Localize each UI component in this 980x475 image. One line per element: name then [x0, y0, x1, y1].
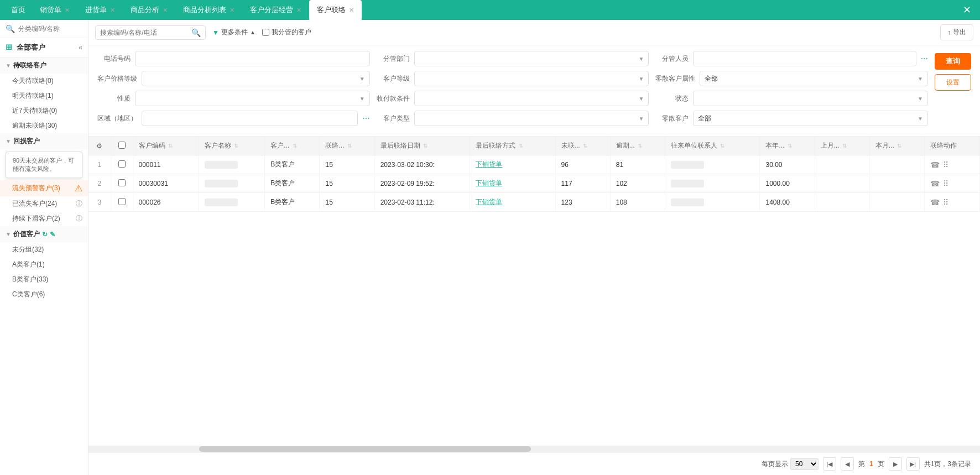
last-type-link[interactable]: 下销货单 — [476, 160, 502, 168]
sidebar-item-overdue-contact[interactable]: 逾期未联络(30) — [0, 118, 88, 133]
refresh-icon[interactable]: ↻ — [42, 231, 48, 238]
more-conditions-btn[interactable]: ▼ 更多条件 ▲ — [212, 28, 256, 37]
sort-arrows-last-type[interactable]: ⇅ — [519, 143, 523, 149]
customer-grade-select[interactable]: ▼ — [414, 71, 649, 86]
tab-purchase-close[interactable]: ✕ — [110, 7, 115, 14]
tab-customer-contact-close[interactable]: ✕ — [349, 7, 354, 14]
payment-select[interactable]: ▼ — [414, 91, 649, 106]
sidebar-search-input[interactable] — [18, 25, 82, 33]
action-contact-icon[interactable]: ☎ — [930, 160, 940, 169]
tab-analysis-close[interactable]: ✕ — [163, 7, 168, 14]
sort-arrows-type[interactable]: ⇅ — [293, 143, 297, 149]
sort-arrows-contact-person[interactable]: ⇅ — [720, 143, 724, 149]
row-checkbox-1[interactable] — [118, 179, 126, 186]
sidebar-all-customers[interactable]: ⊞ 全部客户 « — [0, 38, 88, 58]
sidebar-item-c-class[interactable]: C类客户(6) — [0, 287, 88, 302]
last-type-link[interactable]: 下销货单 — [476, 198, 502, 206]
settings-col-icon[interactable]: ⚙ — [96, 142, 102, 150]
next-page-btn[interactable]: ▶ — [889, 457, 902, 471]
person-select[interactable] — [693, 51, 916, 66]
tab-customer-contact-label: 客户联络 — [317, 5, 346, 15]
filter-payment: 收付款条件 ▼ — [377, 91, 649, 106]
horizontal-scrollbar[interactable] — [88, 446, 980, 452]
sidebar-item-already-lost[interactable]: 已流失客户(24) ⓘ — [0, 196, 88, 211]
row-last-type[interactable]: 下销货单 — [470, 155, 555, 174]
my-customers-checkbox-container[interactable]: 我分管的客户 — [262, 28, 311, 37]
last-type-link[interactable]: 下销货单 — [476, 179, 502, 187]
action-contact-icon[interactable]: ☎ — [930, 179, 940, 188]
prev-page-btn[interactable]: ◀ — [841, 457, 854, 471]
row-check[interactable] — [111, 155, 133, 174]
action-contact-icon[interactable]: ☎ — [930, 198, 940, 207]
last-page-btn[interactable]: ▶| — [906, 457, 920, 471]
tab-home[interactable]: 首页 — [4, 0, 32, 20]
dept-select[interactable]: ▼ — [414, 51, 649, 66]
tab-purchase[interactable]: 进货单 ✕ — [77, 0, 123, 20]
window-close-button[interactable]: ✕ — [958, 4, 976, 16]
export-button[interactable]: ↑ 导出 — [940, 24, 973, 40]
scatter-attr-select[interactable]: 全部 ▼ — [700, 71, 928, 86]
sidebar-section-lost[interactable]: ▼ 回损客户 — [0, 133, 88, 149]
sort-arrows-overdue[interactable]: ⇅ — [638, 143, 642, 149]
action-more-icon[interactable]: ⠿ — [943, 198, 948, 207]
tab-analysis-list-close[interactable]: ✕ — [230, 7, 234, 14]
select-all-checkbox[interactable] — [118, 142, 126, 149]
sidebar-item-a-class[interactable]: A类客户(1) — [0, 257, 88, 272]
row-checkbox-0[interactable] — [118, 160, 126, 168]
col-check[interactable] — [111, 137, 133, 155]
sidebar-item-week[interactable]: 近7天待联络(0) — [0, 103, 88, 118]
scatter-customer-value: 全部 — [698, 114, 711, 123]
tab-customer-tier-close[interactable]: ✕ — [296, 7, 301, 14]
tab-analysis-list[interactable]: 商品分析列表 ✕ — [175, 0, 242, 20]
query-button[interactable]: 查询 — [935, 53, 971, 70]
nature-select[interactable]: ▼ — [135, 91, 370, 106]
sort-arrows-this-month[interactable]: ⇅ — [897, 143, 901, 149]
first-page-btn[interactable]: |◀ — [823, 457, 836, 471]
col-this-month: 本月... ⇅ — [869, 137, 924, 155]
sort-arrows-this-year[interactable]: ⇅ — [788, 143, 792, 149]
edit-icon[interactable]: ✎ — [50, 231, 55, 238]
sort-arrows-name[interactable]: ⇅ — [234, 143, 238, 149]
row-last-type[interactable]: 下销货单 — [470, 174, 555, 193]
row-check[interactable] — [111, 174, 133, 193]
sort-arrows-uncontact[interactable]: ⇅ — [583, 143, 587, 149]
settings-button[interactable]: 设置 — [935, 74, 971, 91]
sort-arrows-code[interactable]: ⇅ — [168, 143, 173, 149]
sort-arrows-last-date[interactable]: ⇅ — [423, 143, 428, 149]
action-more-icon[interactable]: ⠿ — [943, 179, 948, 188]
scatter-customer-select[interactable]: 全部 ▼ — [693, 111, 928, 126]
sidebar-item-tomorrow[interactable]: 明天待联络(1) — [0, 88, 88, 103]
tab-sales-close[interactable]: ✕ — [65, 7, 70, 14]
sidebar-item-b-class[interactable]: B类客户(33) — [0, 272, 88, 287]
filter-search-icon[interactable]: 🔍 — [191, 28, 201, 37]
sidebar-item-loss-predict[interactable]: 流失预警客户(3) ⚠ — [0, 180, 88, 196]
col-settings[interactable]: ⚙ — [88, 137, 111, 155]
person-dots-btn[interactable]: ··· — [921, 54, 928, 64]
sidebar-item-ungraded[interactable]: 未分组(32) — [0, 242, 88, 257]
sidebar-section-value[interactable]: ▼ 价值客户 ↻ ✎ — [0, 226, 88, 242]
customer-type-select[interactable]: ▼ — [414, 111, 649, 126]
action-more-icon[interactable]: ⠿ — [943, 160, 948, 169]
col-action: 联络动作 — [924, 137, 979, 155]
tab-sales[interactable]: 销货单 ✕ — [32, 0, 77, 20]
sidebar-item-convert-down[interactable]: 持续下滑客户(2) ⓘ — [0, 211, 88, 226]
sidebar-item-today[interactable]: 今天待联络(0) — [0, 74, 88, 88]
status-select[interactable]: ▼ — [693, 91, 928, 106]
region-dots-btn[interactable]: ··· — [362, 113, 369, 123]
row-checkbox-2[interactable] — [118, 198, 126, 205]
region-select[interactable] — [142, 111, 358, 126]
phone-input[interactable] — [135, 51, 370, 66]
row-last-type[interactable]: 下销货单 — [470, 193, 555, 212]
sort-arrows-last-month[interactable]: ⇅ — [842, 143, 847, 149]
filter-search-input[interactable] — [100, 29, 188, 36]
price-grade-select[interactable]: ▼ — [142, 71, 370, 86]
row-check[interactable] — [111, 193, 133, 212]
tab-customer-contact[interactable]: 客户联络 ✕ — [309, 0, 362, 20]
tab-analysis[interactable]: 商品分析 ✕ — [123, 0, 175, 20]
sort-arrows-contact[interactable]: ⇅ — [347, 143, 352, 149]
per-page-select[interactable]: 50 100 — [790, 458, 819, 470]
tab-customer-tier[interactable]: 客户分层经营 ✕ — [242, 0, 309, 20]
scrollbar-thumb[interactable] — [199, 446, 531, 452]
sidebar-section-pending[interactable]: ▼ 待联络客户 — [0, 58, 88, 74]
my-customers-checkbox[interactable] — [262, 29, 269, 36]
